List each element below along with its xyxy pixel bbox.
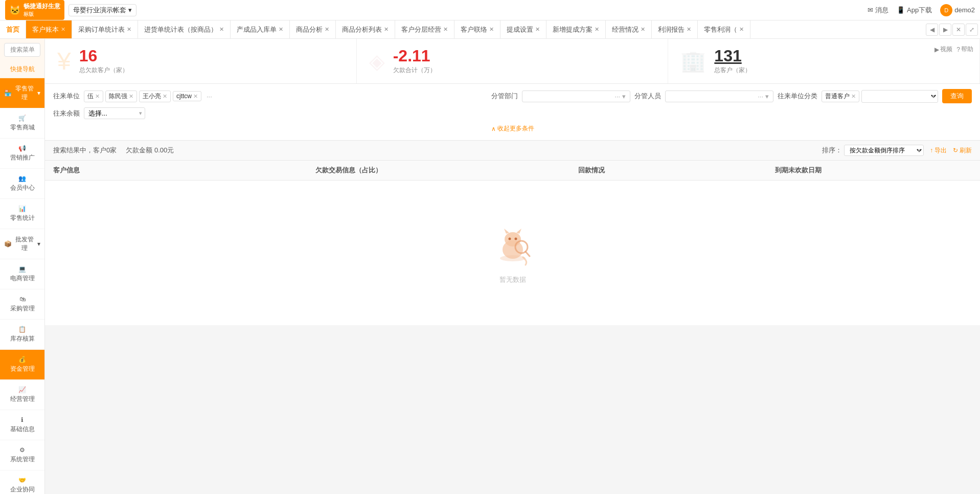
nav-next-btn[interactable]: ▶ <box>939 24 951 36</box>
close-icon[interactable]: ✕ <box>489 26 494 33</box>
close-icon[interactable]: ✕ <box>595 26 599 33</box>
sort-select-area[interactable]: 按欠款金额倒序排序 <box>844 145 924 156</box>
tag-cjttcw-close[interactable]: ✕ <box>193 93 198 100</box>
classify-area: 普通客户 ✕ <box>822 90 938 103</box>
tag-cjttcw-text: cjttcw <box>176 93 192 100</box>
classify-label: 往来单位分类 <box>778 92 817 101</box>
export-icon: ↑ <box>930 147 933 154</box>
person-input-wrap[interactable]: ··· ▾ <box>665 91 773 102</box>
close-icon[interactable]: ✕ <box>384 26 389 33</box>
search-menu-btn[interactable]: 搜索菜单 <box>4 43 40 57</box>
sidebar-item-finance[interactable]: 💰 资金管理 <box>0 350 44 380</box>
surplus-select-wrap[interactable]: 选择... <box>84 107 145 119</box>
help-btn[interactable]: ? 帮助 <box>956 45 973 54</box>
company-selector[interactable]: 母婴行业演示帐套 ▾ <box>69 4 136 16</box>
query-button[interactable]: 查询 <box>942 89 972 103</box>
quick-nav-btn[interactable]: 快捷导航 <box>0 61 44 78</box>
megaphone-icon: 📢 <box>18 145 26 152</box>
sidebar-item-member[interactable]: 👥 会员中心 <box>0 169 44 199</box>
person-input[interactable] <box>670 93 756 100</box>
tab-product-inbound[interactable]: 产成品入库单 ✕ <box>231 20 290 39</box>
result-summary: 搜索结果中，客户0家 欠款金额 0.00元 <box>53 146 174 155</box>
tab-product-analysis-list[interactable]: 商品分析列表 ✕ <box>336 20 395 39</box>
message-btn[interactable]: ✉ 消息 <box>868 6 888 15</box>
close-icon[interactable]: ✕ <box>687 26 691 33</box>
sidebar-item-retail-stats[interactable]: 📊 零售统计 <box>0 199 44 229</box>
nav-close-all-btn[interactable]: ✕ <box>952 24 965 36</box>
close-icon[interactable]: ✕ <box>535 26 540 33</box>
tab-home[interactable]: 首页 <box>0 20 26 39</box>
tab-customer-contact[interactable]: 客户联络 ✕ <box>454 20 500 39</box>
col-repayment: 回款情况 <box>578 166 775 175</box>
classify-tag[interactable]: 普通客户 ✕ <box>822 91 859 102</box>
sidebar-item-basic-info[interactable]: ℹ 基础信息 <box>0 410 44 440</box>
sidebar-item-system[interactable]: ⚙ 系统管理 <box>0 440 44 470</box>
surplus-select[interactable]: 选择... <box>84 107 145 119</box>
dept-input[interactable] <box>527 93 612 100</box>
sidebar-item-marketing[interactable]: 📢 营销推广 <box>0 139 44 169</box>
sidebar-label-retail: 零售管理 <box>13 84 36 102</box>
sidebar-item-operation[interactable]: 📈 经营管理 <box>0 380 44 410</box>
tab-customer-ledger[interactable]: 客户账本 ✕ <box>26 20 72 39</box>
filter-tag-wang[interactable]: 王小亮 ✕ <box>139 91 171 102</box>
tab-operation[interactable]: 经营情况 ✕ <box>606 20 652 39</box>
chevron-down-icon: ▾ <box>128 6 132 14</box>
classify-tag-close[interactable]: ✕ <box>851 93 856 100</box>
stats-bar: ¥ 16 总欠款客户（家） ◈ -2.11 欠款合计（万） 🏢 131 <box>45 39 980 84</box>
refresh-btn[interactable]: ↻ 刷新 <box>953 146 972 155</box>
result-bar-right: 排序： 按欠款金额倒序排序 ↑ 导出 ↻ 刷新 <box>822 145 972 156</box>
video-help-btn[interactable]: ▶ 视频 <box>935 45 952 54</box>
sidebar-item-inventory[interactable]: 📋 库存核算 <box>0 320 44 350</box>
download-icon: 📱 <box>897 6 905 14</box>
logo-area: 🐱 畅捷通好生意 标版 <box>5 0 64 20</box>
tab-purchase-stats-by-product[interactable]: 进货单统计表（按商品） ✕ <box>138 20 231 39</box>
sidebar-item-enterprise-collab[interactable]: 🤝 企业协同 <box>0 470 44 494</box>
export-btn[interactable]: ↑ 导出 <box>930 146 947 155</box>
sidebar-item-wholesale-mgmt[interactable]: 📦 批发管理 ▾ <box>0 229 44 259</box>
stat-total-customers: 🏢 131 总客户（家） ▶ 视频 ? 帮助 <box>668 39 980 83</box>
money-icon: 💰 <box>18 356 26 363</box>
tab-add-commission[interactable]: 新增提成方案 ✕ <box>546 20 606 39</box>
filter-tag-wu[interactable]: 伍 ✕ <box>84 91 103 102</box>
filter-more-btn[interactable]: ··· <box>203 92 215 101</box>
sidebar-item-retail-mgmt[interactable]: 🏪 零售管理 ▾ <box>0 78 44 108</box>
tag-wang-text: 王小亮 <box>143 92 161 101</box>
dept-more-icon[interactable]: ··· <box>614 93 620 100</box>
tab-purchase-order-stats[interactable]: 采购订单统计表 ✕ <box>72 20 138 39</box>
handshake-icon: 🤝 <box>18 477 26 484</box>
classify-select[interactable] <box>861 90 938 103</box>
app-download-btn[interactable]: 📱 App下载 <box>897 6 932 15</box>
tab-commission-setting[interactable]: 提成设置 ✕ <box>500 20 546 39</box>
person-more-icon[interactable]: ··· <box>758 93 763 100</box>
close-icon[interactable]: ✕ <box>443 26 448 33</box>
close-icon[interactable]: ✕ <box>641 26 645 33</box>
nav-prev-btn[interactable]: ◀ <box>926 24 938 36</box>
close-icon[interactable]: ✕ <box>127 26 131 33</box>
close-icon[interactable]: ✕ <box>739 26 744 33</box>
tab-profit-report[interactable]: 利润报告 ✕ <box>652 20 698 39</box>
close-icon[interactable]: ✕ <box>219 26 224 33</box>
sidebar: 搜索菜单 快捷导航 🏪 零售管理 ▾ 🛒 零售商城 📢 营销推广 👥 会员中心 … <box>0 39 45 494</box>
nav-expand-btn[interactable]: ⤢ <box>966 24 978 36</box>
stat-icon-diamond: ◈ <box>369 50 385 73</box>
sidebar-item-purchase[interactable]: 🛍 采购管理 <box>0 289 44 320</box>
sidebar-item-retail-mall[interactable]: 🛒 零售商城 <box>0 108 44 139</box>
user-area[interactable]: D demo2 <box>940 4 975 16</box>
tag-chen-close[interactable]: ✕ <box>129 93 133 100</box>
close-icon[interactable]: ✕ <box>279 26 283 33</box>
collapse-btn[interactable]: ∧ 收起更多条件 <box>491 122 534 135</box>
tab-product-analysis[interactable]: 商品分析 ✕ <box>290 20 336 39</box>
close-icon[interactable]: ✕ <box>325 26 329 33</box>
sidebar-search-area: 搜索菜单 <box>0 39 44 61</box>
sort-select[interactable]: 按欠款金额倒序排序 <box>844 145 924 156</box>
filter-tag-cjttcw[interactable]: cjttcw ✕ <box>173 91 201 101</box>
classify-select-wrap[interactable] <box>861 90 938 103</box>
tab-retail-profit[interactable]: 零售利润（ ✕ <box>698 20 750 39</box>
tag-wang-close[interactable]: ✕ <box>163 93 167 100</box>
sidebar-item-ecommerce[interactable]: 💻 电商管理 <box>0 259 44 289</box>
close-icon[interactable]: ✕ <box>61 26 65 33</box>
tab-customer-tier[interactable]: 客户分层经营 ✕ <box>395 20 454 39</box>
filter-tag-chen[interactable]: 陈民强 ✕ <box>105 91 137 102</box>
tag-wu-close[interactable]: ✕ <box>95 93 100 100</box>
dept-input-wrap[interactable]: ··· ▾ <box>522 91 630 102</box>
